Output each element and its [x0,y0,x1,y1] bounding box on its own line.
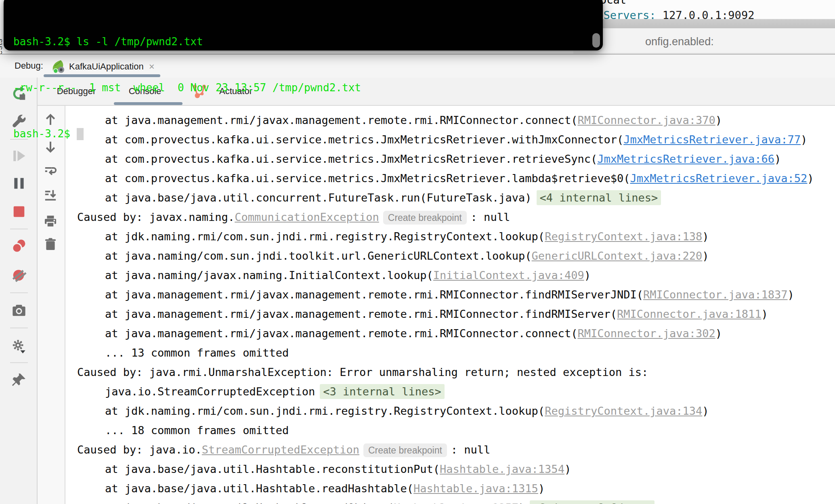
strip-separator [10,362,28,363]
source-link[interactable]: InitialContext.java:409 [433,269,584,281]
stack-trace-line: ... 13 common frames omitted [65,343,835,363]
strip-separator [10,229,28,229]
stack-text: Caused by: javax.naming. [77,211,235,223]
stack-text: ) [518,502,525,504]
config-label-fragment: onfig.enabled: [645,36,714,48]
stack-text: at jdk.naming.rmi/com.sun.jndi.rmi.regis… [105,405,545,417]
stack-trace-line: at java.base/java.util.Hashtable.readObj… [65,498,835,504]
source-link[interactable]: RMIConnector.java:1837 [643,288,788,301]
stack-text: Caused by: java.rmi.UnmarshalException: … [77,366,648,378]
source-link[interactable]: JmxMetricsRetriever.java:52 [630,172,807,185]
create-breakpoint-chip[interactable]: Create breakpoint [383,211,467,225]
source-link[interactable]: RMIConnector.java:370 [577,114,715,126]
stack-text: : null [451,443,491,456]
stack-text: at java.management.rmi/javax.management.… [105,327,577,340]
terminal-prompt-line: bash-3.2$ [13,126,587,141]
strip-separator [10,328,28,328]
print-icon[interactable] [44,214,57,228]
stack-trace-line: at java.management.rmi/javax.management.… [65,285,835,304]
stack-text: ) [801,133,807,146]
stack-text: at java.base/java.util.Hashtable.readHas… [105,482,413,495]
terminal-scrollbar[interactable] [592,33,600,48]
stack-trace-line: at java.base/java.util.Hashtable.readHas… [65,479,835,498]
source-link[interactable]: RegistryContext.java:134 [545,405,702,417]
stack-trace-line: at java.management.rmi/javax.management.… [65,304,835,324]
internal-lines-chip[interactable]: <2 internal lines> [530,500,655,504]
source-link[interactable]: StreamCorruptedException [202,443,359,456]
stack-text: ) [702,405,709,417]
mute-breakpoints-icon[interactable] [11,267,27,283]
terminal-line: -rw-r--r-- 1 mst wheel 0 Nov 23 13:57 /t… [13,80,587,95]
ide-window: ocat apServers: 127.0.0.1:9092 onfig.ena… [0,0,835,504]
stack-text: at java.naming/com.sun.jndi.toolkit.url.… [105,250,532,262]
source-link[interactable]: RegistryContext.java:138 [545,230,702,243]
stack-trace-line: at java.management.rmi/javax.management.… [65,324,835,343]
stack-text: java.io.StreamCorruptedException [105,385,315,398]
source-link[interactable]: RMIConnector.java:302 [577,327,715,340]
stack-trace-line: +java.io.StreamCorruptedException<3 inte… [65,382,835,401]
source-link[interactable]: RMIConnector.java:1811 [617,308,762,320]
settings-icon[interactable] [11,338,27,354]
pin-icon[interactable] [11,372,27,388]
stack-trace-line: Caused by: java.io.StreamCorruptedExcept… [65,440,835,460]
stack-text: ) [788,288,794,301]
terminal-line: bash-3.2$ ls -l /tmp/pwnd2.txt [13,34,587,49]
editor-text-fragment: ocat [600,0,626,6]
stack-text: at jdk.naming.rmi/com.sun.jndi.rmi.regis… [105,230,545,243]
stack-trace-line: at jdk.naming.rmi/com.sun.jndi.rmi.regis… [65,401,835,421]
stack-text: ) [702,250,709,262]
view-breakpoints-icon[interactable] [11,238,27,254]
stack-text: ) [538,482,545,495]
stack-trace-line: at jdk.naming.rmi/com.sun.jndi.rmi.regis… [65,227,835,246]
internal-lines-chip[interactable]: <4 internal lines> [537,190,661,205]
stack-text: ) [715,114,722,126]
stop-icon[interactable] [11,204,27,219]
stack-text: at java.management.rmi/javax.management.… [105,308,617,320]
stack-text: ) [564,463,571,475]
config-row-fragment: onfig.enabled: [573,28,835,53]
source-link[interactable]: CommunicationException [235,211,379,223]
source-link[interactable]: Hashtable.java:1315 [413,482,538,495]
stack-text: ) [807,172,814,185]
stack-trace-line: +at java.base/java.util.concurrent.Futur… [65,188,835,208]
thread-dump-icon[interactable] [11,303,27,318]
stack-text: ) [774,153,781,165]
stack-trace-line: at java.naming/javax.naming.InitialConte… [65,266,835,285]
stack-text: ) [584,269,591,281]
create-breakpoint-chip[interactable]: Create breakpoint [363,443,447,457]
stack-text: at com.provectus.kafka.ui.service.metric… [105,172,630,185]
stack-trace-line: at java.base/java.util.Hashtable.reconst… [65,460,835,479]
stack-text: ... 18 common frames omitted [105,424,289,437]
stack-text: ) [702,230,709,243]
stack-text: Caused by: java.io. [77,443,202,456]
stack-trace-line: Caused by: javax.naming.CommunicationExc… [65,208,835,227]
terminal-cursor [77,128,84,140]
internal-lines-chip[interactable]: <3 internal lines> [320,384,445,399]
window-titlebar-fragment [573,19,835,29]
stack-text: at java.base/java.util.Hashtable.readObj… [105,502,394,504]
stack-trace-line: at java.naming/com.sun.jndi.toolkit.url.… [65,246,835,266]
stack-text: at java.management.rmi/javax.management.… [105,288,643,301]
stack-text: at java.base/java.util.concurrent.Future… [105,191,532,204]
clear-all-icon[interactable] [44,237,57,251]
strip-separator [10,292,28,293]
stack-text: : null [471,211,510,223]
source-link[interactable]: JmxMetricsRetriever.java:77 [623,133,801,146]
pause-icon[interactable] [11,176,27,191]
stack-text: at java.base/java.util.Hashtable.reconst… [105,463,440,475]
source-link[interactable]: GenericURLContext.java:220 [532,250,703,262]
stack-trace-line: Caused by: java.rmi.UnmarshalException: … [65,363,835,382]
source-link[interactable]: Hashtable.java:1257 [394,502,518,504]
source-link[interactable]: Hashtable.java:1354 [440,463,564,475]
stack-text: ... 13 common frames omitted [105,346,289,359]
terminal-window[interactable]: bash-3.2$ ls -l /tmp/pwnd2.txt -rw-r--r-… [4,0,603,50]
stack-trace-line: ... 18 common frames omitted [65,421,835,440]
scroll-to-end-icon[interactable] [44,189,57,202]
source-link[interactable]: JmxMetricsRetriever.java:66 [597,153,774,165]
stack-text: ) [715,327,722,340]
stack-text: ) [762,308,768,320]
stack-text: at java.naming/javax.naming.InitialConte… [105,269,433,281]
